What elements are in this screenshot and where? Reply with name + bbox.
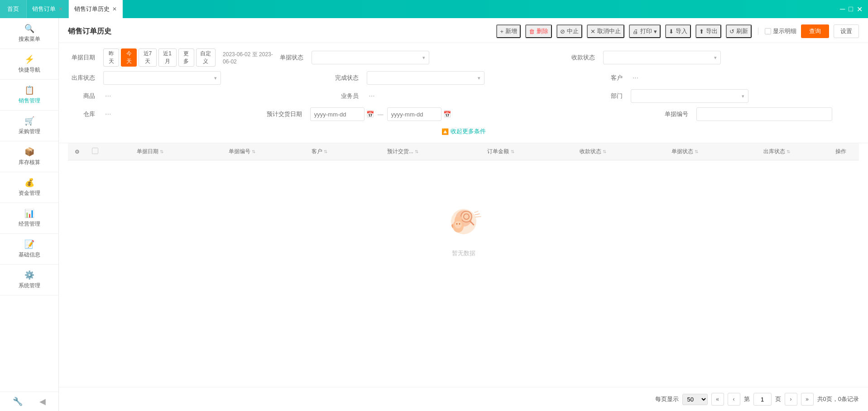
tab-sales-order-close[interactable]: ✕: [58, 6, 63, 12]
empty-state: 暂无数据: [68, 160, 859, 294]
sidebar-item-quick-nav[interactable]: ⚡ 快捷导航: [0, 49, 58, 80]
goods-section: 商品 ···: [68, 92, 331, 100]
refresh-button[interactable]: ↺ 刷新: [726, 24, 752, 38]
tab-sales-order-history-close[interactable]: ✕: [112, 6, 117, 12]
first-page-btn[interactable]: «: [711, 393, 724, 406]
footer-pagination: 每页显示 20 50 100 « ‹ 第 页 › » 共0页，0条记录: [59, 387, 868, 411]
expected-date-to-calendar-icon[interactable]: 📅: [443, 111, 451, 118]
display-detail-checkbox[interactable]: [765, 28, 771, 34]
maximize-icon[interactable]: □: [849, 5, 853, 13]
collapse-more-btn[interactable]: 🔼 收起更多条件: [68, 126, 859, 137]
expected-date-from-input[interactable]: [310, 107, 364, 121]
goods-dots[interactable]: ···: [103, 92, 113, 100]
settings-icon[interactable]: ⚙: [75, 149, 80, 155]
system-mgmt-icon: ⚙️: [24, 270, 34, 280]
col-bill-status[interactable]: 单据状态 ⇅: [639, 143, 731, 160]
expected-date-to-input[interactable]: [387, 107, 441, 121]
sidebar-item-inventory-calc[interactable]: 📦 库存核算: [0, 141, 58, 172]
date-7days-btn[interactable]: 近7天: [139, 48, 157, 67]
page-size-select[interactable]: 20 50 100: [682, 394, 708, 405]
customer-dots[interactable]: ···: [631, 74, 640, 82]
next-page-btn[interactable]: ›: [785, 393, 797, 406]
bill-number-input[interactable]: [696, 107, 832, 121]
svg-line-11: [475, 214, 480, 215]
col-payment-status[interactable]: 收款状态 ⇅: [547, 143, 639, 160]
tab-home[interactable]: 首页: [0, 0, 27, 18]
col-outstock-status[interactable]: 出库状态 ⇅: [731, 143, 823, 160]
col-bill-status-sort-icon[interactable]: ⇅: [695, 149, 698, 154]
sidebar-item-purchase-mgmt[interactable]: 🛒 采购管理: [0, 111, 58, 141]
inventory-calc-icon: 📦: [24, 147, 34, 157]
col-outstock-status-sort-icon[interactable]: ⇅: [786, 149, 790, 154]
col-customer[interactable]: 客户 ⇅: [288, 143, 350, 160]
col-bill-date[interactable]: 单据日期 ⇅: [104, 143, 196, 160]
col-customer-sort-icon[interactable]: ⇅: [324, 149, 327, 154]
date-yesterday-btn[interactable]: 昨天: [103, 48, 119, 67]
sidebar-item-system-mgmt[interactable]: ⚙️ 系统管理: [0, 265, 58, 295]
sidebar-item-fund-mgmt[interactable]: 💰 资金管理: [0, 172, 58, 203]
sidebar-item-inventory-calc-label: 库存核算: [19, 159, 40, 166]
col-bill-number-sort-icon[interactable]: ⇅: [252, 149, 255, 154]
payment-status-select[interactable]: ▾: [603, 51, 721, 64]
sidebar-settings-icon[interactable]: 🔧: [13, 396, 23, 406]
page-number-input[interactable]: [753, 393, 772, 406]
salesperson-dots[interactable]: ···: [367, 92, 376, 100]
stop-button[interactable]: ⊘ 中止: [556, 24, 582, 38]
delete-icon: 🗑: [529, 28, 535, 35]
sidebar-item-search-menu[interactable]: 🔍 搜索菜单: [0, 18, 58, 49]
print-icon: 🖨: [633, 28, 638, 35]
select-all-checkbox[interactable]: [92, 148, 98, 154]
sidebar-collapse-icon[interactable]: ◀: [39, 396, 46, 406]
outstock-status-select[interactable]: ▾: [103, 71, 221, 85]
col-checkbox[interactable]: [86, 143, 104, 160]
basic-info-icon: 📝: [24, 239, 34, 249]
col-expected-delivery-sort-icon[interactable]: ⇅: [415, 149, 418, 154]
col-settings[interactable]: ⚙: [68, 143, 86, 160]
date-1month-btn[interactable]: 近1月: [158, 48, 177, 67]
table-header-row: ⚙ 单据日期 ⇅ 单据编号 ⇅: [68, 143, 859, 160]
export-button[interactable]: ⬆ 导出: [695, 24, 721, 38]
payment-status-arrow-icon: ▾: [714, 55, 717, 61]
date-more-btn[interactable]: 更多: [178, 48, 194, 67]
outstock-status-section: 出库状态 ▾: [68, 71, 331, 85]
sidebar-item-basic-info-label: 基础信息: [19, 251, 40, 259]
data-table: ⚙ 单据日期 ⇅ 单据编号 ⇅: [68, 143, 859, 160]
col-payment-status-sort-icon[interactable]: ⇅: [603, 149, 606, 154]
col-expected-delivery[interactable]: 预计交货... ⇅: [351, 143, 455, 160]
sidebar-item-operations-mgmt[interactable]: 📊 经营管理: [0, 203, 58, 234]
complete-status-select[interactable]: ▾: [367, 71, 484, 85]
minimize-icon[interactable]: ─: [840, 5, 845, 13]
tab-sales-order-history[interactable]: 销售订单历史 ✕: [69, 0, 123, 18]
query-button[interactable]: 查询: [801, 24, 829, 38]
last-page-btn[interactable]: »: [801, 393, 814, 406]
outstock-status-arrow-icon: ▾: [214, 75, 217, 81]
close-window-icon[interactable]: ✕: [857, 5, 863, 14]
col-bill-number-label: 单据编号: [229, 148, 250, 155]
bill-status-select[interactable]: ▾: [312, 51, 429, 64]
tab-sales-order[interactable]: 销售订单 ✕: [27, 0, 69, 18]
col-bill-date-sort-icon[interactable]: ⇅: [160, 149, 163, 154]
prev-page-btn[interactable]: ‹: [728, 393, 740, 406]
print-button[interactable]: 🖨 打印 ▾: [629, 24, 661, 38]
cancel-stop-button[interactable]: ✕ 取消中止: [587, 24, 624, 38]
expected-date-from-calendar-icon[interactable]: 📅: [366, 111, 374, 118]
col-bill-number[interactable]: 单据编号 ⇅: [196, 143, 288, 160]
import-button[interactable]: ⬇ 导入: [665, 24, 691, 38]
bill-status-arrow-icon: ▾: [422, 55, 425, 61]
display-detail-toggle[interactable]: 显示明细: [765, 27, 796, 35]
date-today-btn[interactable]: 今天: [121, 48, 137, 67]
refresh-icon: ↺: [729, 28, 734, 35]
sidebar-item-basic-info[interactable]: 📝 基础信息: [0, 234, 58, 265]
sidebar-item-sales-mgmt[interactable]: 📋 销售管理: [0, 80, 58, 111]
setting-button[interactable]: 设置: [834, 24, 859, 38]
sidebar-item-system-mgmt-label: 系统管理: [19, 282, 40, 290]
export-label: 导出: [706, 27, 718, 35]
add-button[interactable]: + 新增: [496, 24, 521, 38]
dept-select[interactable]: ▾: [631, 89, 748, 103]
date-custom-btn[interactable]: 自定义: [196, 48, 216, 67]
warehouse-dots[interactable]: ···: [103, 110, 113, 118]
sidebar-item-sales-mgmt-label: 销售管理: [19, 97, 40, 105]
col-order-amount[interactable]: 订单金额 ⇅: [455, 143, 547, 160]
col-order-amount-sort-icon[interactable]: ⇅: [511, 149, 514, 154]
delete-button[interactable]: 🗑 删除: [525, 24, 552, 38]
